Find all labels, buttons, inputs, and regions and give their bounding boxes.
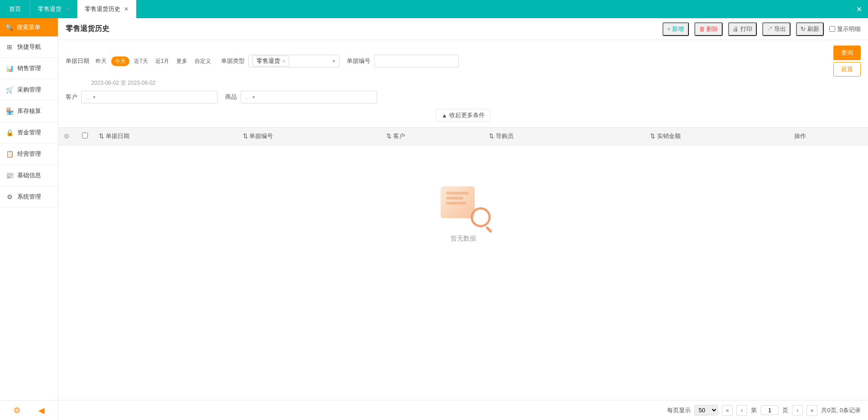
display-toggle: 显示明细 — [829, 25, 861, 33]
basic-info-icon: 📰 — [5, 171, 14, 179]
page-number-input[interactable] — [760, 405, 779, 415]
page-size-select[interactable]: 50 100 200 — [694, 405, 718, 415]
type-dropdown-arrow-icon[interactable]: ▾ — [333, 58, 335, 64]
export-button[interactable]: ↗ 导出 — [762, 22, 791, 36]
sidebar-item-inventory[interactable]: 🏪 库存核算 — [0, 101, 58, 122]
collapse-sidebar-icon[interactable]: ◀ — [38, 405, 45, 415]
goods-dropdown-arrow-icon[interactable]: ▾ — [252, 94, 255, 100]
query-button[interactable]: 查询 — [833, 46, 861, 60]
table-header: ⚙ ⇅ 单据日期 ⇅ 单据编号 ⇅ 客户 — [58, 128, 868, 145]
filter-row-1: 单据日期 昨天 今天 近7天 近1月 更多 自定义 单据类型 — [66, 46, 861, 77]
sidebar-item-capital-mgmt[interactable]: 🔒 资金管理 — [0, 122, 58, 143]
header-actions: + 新增 🗑 删除 🖨 打印 ↗ 导出 ↻ 刷新 显示明细 — [663, 22, 861, 36]
basic-info-label: 基础信息 — [17, 171, 41, 179]
th-customer[interactable]: ⇅ 客户 — [381, 128, 483, 145]
date-opt-yesterday[interactable]: 昨天 — [93, 56, 109, 66]
system-mgmt-label: 系统管理 — [17, 193, 41, 201]
date-filter: 单据日期 昨天 今天 近7天 近1月 更多 自定义 — [66, 56, 214, 66]
page-unit: 页 — [782, 406, 788, 415]
collapse-button[interactable]: ▲ 收起更多条件 — [436, 109, 491, 122]
search-icon: 🔍 — [5, 24, 13, 31]
tab-retail-return[interactable]: 零售退货 ✕ — [31, 0, 77, 18]
filter-row-2: 客户 … ▾ 商品 … ▾ — [66, 91, 861, 103]
tab-retail-return-label: 零售退货 — [38, 5, 62, 13]
purchase-mgmt-icon: 🛒 — [5, 86, 14, 94]
sidebar-item-sales-mgmt[interactable]: 📊 销售管理 — [0, 58, 58, 79]
doc-line-1 — [446, 192, 469, 195]
capital-mgmt-label: 资金管理 — [17, 128, 41, 137]
settings-bottom-icon[interactable]: ⚙ — [13, 405, 21, 415]
date-range-display: 2023-06-02 至 2023-06-02 — [91, 78, 861, 87]
magnify-circle — [471, 207, 491, 227]
th-check — [77, 128, 93, 145]
sidebar-item-system-mgmt[interactable]: ⚙ 系统管理 — [0, 186, 58, 208]
sidebar-item-quick-nav[interactable]: ⊞ 快捷导航 — [0, 36, 58, 58]
filter-action-area: 查询 设置 — [833, 46, 861, 77]
table-area: ⚙ ⇅ 单据日期 ⇅ 单据编号 ⇅ 客户 — [58, 128, 868, 400]
date-opt-7days[interactable]: 近7天 — [131, 56, 151, 66]
new-button[interactable]: + 新增 — [663, 22, 688, 36]
refresh-button[interactable]: ↻ 刷新 — [796, 22, 824, 36]
date-opt-1month[interactable]: 近1月 — [153, 56, 172, 66]
tab-bar: 首页 零售退货 ✕ 零售退货历史 ✕ ✕ — [0, 0, 868, 18]
customer-dropdown-arrow-icon[interactable]: ▾ — [93, 94, 96, 100]
th-docno-label: ⇅ 单据编号 — [243, 133, 273, 139]
th-docno[interactable]: ⇅ 单据编号 — [237, 128, 381, 145]
close-retail-return-tab-icon[interactable]: ✕ — [65, 6, 70, 12]
main-layout: 🔍 搜索菜单 ⊞ 快捷导航 📊 销售管理 🛒 采购管理 🏪 库存核算 🔒 资金管… — [0, 18, 868, 420]
date-opt-more[interactable]: 更多 — [174, 56, 190, 66]
gear-icon[interactable]: ⚙ — [64, 133, 70, 140]
tab-retail-return-history[interactable]: 零售退货历史 ✕ — [77, 0, 136, 18]
type-selector[interactable]: 零售退货 × ▾ — [248, 55, 339, 67]
display-toggle-checkbox[interactable] — [829, 26, 835, 32]
operations-mgmt-icon: 📋 — [5, 150, 14, 158]
th-amount[interactable]: ⇅ 实销金额 — [645, 128, 789, 145]
table-header-row: ⚙ ⇅ 单据日期 ⇅ 单据编号 ⇅ 客户 — [58, 128, 868, 145]
system-mgmt-icon: ⚙ — [5, 193, 14, 201]
customer-selector[interactable]: … ▾ — [81, 91, 218, 103]
first-page-button[interactable]: « — [722, 405, 733, 416]
sidebar-bottom: ⚙ ◀ — [0, 400, 58, 420]
customer-filter: 客户 … ▾ — [66, 91, 218, 103]
goods-placeholder: … — [245, 94, 251, 101]
collapse-up-icon: ▲ — [442, 112, 447, 119]
pagination-bar: 每页显示 50 100 200 « ‹ 第 页 › » 共0页, 0条记录 — [58, 400, 868, 420]
total-text: 共0页, 0条记录 — [821, 406, 861, 415]
sales-mgmt-label: 销售管理 — [17, 64, 41, 72]
close-retail-return-history-tab-icon[interactable]: ✕ — [124, 6, 128, 12]
window-close-button[interactable]: ✕ — [850, 0, 868, 18]
last-page-button[interactable]: » — [806, 405, 817, 416]
print-button[interactable]: 🖨 打印 — [728, 22, 757, 36]
sidebar-item-operations-mgmt[interactable]: 📋 经营管理 — [0, 143, 58, 165]
empty-state-row: 暂无数据 — [58, 145, 868, 280]
docno-label: 单据编号 — [347, 57, 370, 65]
th-date[interactable]: ⇅ 单据日期 — [93, 128, 237, 145]
th-actions: 操作 — [789, 128, 868, 145]
prev-page-button[interactable]: ‹ — [736, 405, 747, 416]
doc-line-3 — [446, 202, 466, 205]
th-date-label: ⇅ 单据日期 — [99, 133, 129, 139]
tab-home[interactable]: 首页 — [0, 0, 31, 18]
content-area: 零售退货历史 + 新增 🗑 删除 🖨 打印 ↗ 导出 ↻ 刷新 显示明细 单据日… — [58, 18, 868, 420]
next-page-button[interactable]: › — [792, 405, 803, 416]
select-all-checkbox[interactable] — [82, 133, 88, 138]
date-opt-today[interactable]: 今天 — [111, 56, 129, 66]
type-tag-close-icon[interactable]: × — [282, 58, 285, 64]
tab-retail-return-history-label: 零售退货历史 — [85, 5, 120, 13]
delete-button[interactable]: 🗑 删除 — [694, 22, 723, 36]
date-range-text: 2023-06-02 至 2023-06-02 — [91, 80, 155, 86]
goods-selector[interactable]: … ▾ — [241, 91, 377, 103]
date-opt-custom[interactable]: 自定义 — [192, 56, 214, 66]
quick-nav-label: 快捷导航 — [17, 43, 41, 51]
type-label: 单据类型 — [221, 57, 245, 65]
collapse-area: ▲ 收起更多条件 — [66, 107, 861, 122]
docno-input[interactable] — [374, 55, 459, 67]
th-guide[interactable]: ⇅ 导购员 — [483, 128, 606, 145]
empty-text: 暂无数据 — [451, 235, 476, 243]
sidebar-item-basic-info[interactable]: 📰 基础信息 — [0, 165, 58, 186]
sidebar-item-purchase-mgmt[interactable]: 🛒 采购管理 — [0, 79, 58, 101]
search-menu-button[interactable]: 🔍 搜索菜单 — [0, 18, 58, 36]
page-title: 零售退货历史 — [66, 24, 109, 34]
type-selector-inner: 零售退货 × — [252, 56, 331, 67]
filter-settings-button[interactable]: 设置 — [833, 62, 861, 77]
